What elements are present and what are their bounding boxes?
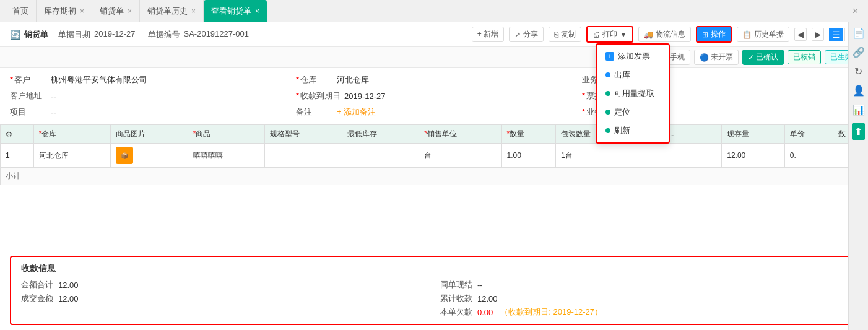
logistics-button[interactable]: 🚚 物流信息	[638, 27, 691, 42]
address-label: 客户地址	[10, 90, 47, 102]
cumulative-label: 累计收款	[440, 293, 472, 304]
list-view-button[interactable]: ☰	[829, 28, 843, 41]
payment-date-label: 收款到期日	[296, 90, 341, 102]
sidebar-user-icon[interactable]: 👤	[853, 85, 865, 97]
col-product: *商品	[188, 125, 265, 144]
cell-sales-unit: 台	[419, 144, 501, 168]
payment-date-value: 2019-12-27	[344, 92, 386, 101]
sidebar-refresh-icon[interactable]: ↻	[854, 66, 862, 77]
col-gear: ⚙	[1, 125, 34, 144]
operate-button[interactable]: ⊞ 操作	[696, 26, 732, 43]
not-open-button[interactable]: 🔵 未开票	[694, 50, 739, 65]
print-button[interactable]: 🖨 打印 ▼	[586, 26, 633, 43]
print-icon: 🖨	[592, 30, 600, 39]
dropdown-available-extract[interactable]: 可用量提取	[597, 84, 669, 103]
sidebar-doc-icon[interactable]: 📄	[853, 27, 865, 39]
tab-sales-history[interactable]: 销货单历史 ×	[140, 0, 204, 22]
prev-arrow[interactable]: ◀	[794, 28, 807, 41]
meta-date: 单据日期 2019-12-27	[58, 29, 136, 40]
dropdown-locate[interactable]: 定位	[597, 103, 669, 121]
tab-inventory-init[interactable]: 库存期初 ×	[37, 0, 92, 22]
form-area: 客户 柳州粤港平安气体有限公司 仓库 河北仓库 业务员 演示账号 客户地址 --…	[0, 68, 868, 124]
cumulative-value: 12.00	[477, 294, 498, 303]
dropdown-refresh[interactable]: 刷新	[597, 121, 669, 140]
sidebar-chart-icon[interactable]: 📊	[853, 104, 865, 116]
cell-spec	[265, 144, 342, 168]
project-field: 项目 --	[10, 106, 286, 118]
add-invoice-icon: +	[605, 52, 614, 61]
history-button[interactable]: 📋 历史单据	[737, 27, 789, 42]
payment-date-field: 收款到期日 2019-12-27	[296, 90, 572, 102]
total-amount-row: 金额合计 12.00	[21, 279, 428, 290]
close-sales-order-tab[interactable]: ×	[128, 7, 132, 15]
outbound-icon	[605, 72, 610, 77]
col-spec: 规格型号	[265, 125, 342, 144]
copy-button[interactable]: ⎘ 复制	[549, 27, 581, 42]
cell-pack-qty: 1台	[556, 144, 633, 168]
cell-price: 0.	[784, 144, 833, 168]
col-min-stock: 最低库存	[342, 125, 419, 144]
tab-home[interactable]: 首页	[5, 0, 37, 22]
customer-field: 客户 柳州粤港平安气体有限公司	[10, 74, 286, 85]
owe-value: 0.00	[477, 308, 493, 317]
table-header-row: ⚙ *仓库 商品图片 *商品 规格型号 最低库存 *销售单位 *数量 包装数量 …	[1, 125, 868, 144]
payment-info-title: 收款信息	[21, 263, 847, 274]
doc-actions: + 新增 ↗ 分享 ⎘ 复制 🖨 打印 ▼ 🚚 物流信息	[472, 26, 858, 43]
close-inventory-init-tab[interactable]: ×	[80, 7, 84, 15]
operate-icon: ⊞	[702, 30, 708, 39]
doc-meta: 单据日期 2019-12-27 单据编号 SA-20191227-001	[58, 29, 472, 40]
invoice-icon: 🔵	[700, 53, 709, 62]
sidebar-link-icon[interactable]: 🔗	[853, 46, 865, 58]
warehouse-label: 仓库	[296, 74, 333, 85]
logistics-icon: 🚚	[644, 30, 653, 39]
tab-view-sales-order[interactable]: 查看销货单 ×	[204, 0, 267, 22]
share-button[interactable]: ↗ 分享	[509, 27, 544, 42]
payment-info-left: 金额合计 12.00 成交金额 12.00	[21, 279, 428, 318]
toolbar-row: 📱 来自手机 🔵 未开票 ✓ 已确认 已核销 已生效	[0, 47, 868, 68]
table-row: 1 河北仓库 📦 嘻嘻嘻嘻 台 1.00 1台 12.00 0.	[1, 144, 868, 168]
next-arrow[interactable]: ▶	[812, 28, 824, 41]
cell-current-stock: 12.00	[722, 144, 785, 168]
product-table: ⚙ *仓库 商品图片 *商品 规格型号 最低库存 *销售单位 *数量 包装数量 …	[0, 124, 868, 185]
window-close-button[interactable]: ×	[848, 6, 863, 17]
copy-icon: ⎘	[554, 30, 558, 39]
confirm-button[interactable]: ✓ 已确认	[742, 50, 784, 65]
cell-available	[633, 144, 722, 168]
cell-img: 📦	[111, 144, 188, 168]
total-amount-value: 12.00	[58, 280, 79, 290]
meta-no: 单据编号 SA-20191227-001	[148, 29, 250, 40]
col-warehouse: *仓库	[33, 125, 111, 144]
add-note-button[interactable]: + 添加备注	[337, 106, 376, 118]
close-sales-history-tab[interactable]: ×	[191, 7, 196, 15]
project-value: --	[51, 108, 56, 117]
col-price: 单价	[784, 125, 833, 144]
cell-min-stock	[342, 144, 419, 168]
right-sidebar: 📄 🔗 ↻ 👤 📊 ⬆	[848, 22, 868, 330]
available-extract-icon	[605, 91, 610, 96]
new-button[interactable]: + 新增	[472, 27, 504, 42]
sidebar-expand-icon[interactable]: ⬆	[852, 123, 865, 140]
operate-dropdown-menu: + 添加发票 出库 可用量提取 定位 刷新	[596, 43, 670, 144]
dropdown-add-invoice[interactable]: + 添加发票	[597, 47, 669, 66]
project-label: 项目	[10, 106, 47, 118]
same-order-row: 同单现结 --	[440, 279, 847, 290]
product-image: 📦	[116, 147, 133, 164]
dropdown-outbound[interactable]: 出库	[597, 66, 669, 84]
address-field: 客户地址 --	[10, 90, 286, 102]
note-label: 备注	[296, 106, 333, 118]
transaction-value: 12.00	[58, 294, 79, 303]
close-view-sales-order-tab[interactable]: ×	[255, 7, 259, 15]
same-order-label: 同单现结	[440, 279, 472, 290]
col-qty: *数量	[501, 125, 555, 144]
cell-product: 嘻嘻嘻嘻	[188, 144, 265, 168]
cell-no: 1	[1, 144, 34, 168]
tab-sales-order[interactable]: 销货单 ×	[92, 0, 140, 22]
product-table-container: ⚙ *仓库 商品图片 *商品 规格型号 最低库存 *销售单位 *数量 包装数量 …	[0, 124, 868, 251]
customer-value: 柳州粤港平安气体有限公司	[51, 74, 147, 85]
history-icon: 📋	[742, 30, 752, 39]
warehouse-field: 仓库 河北仓库	[296, 74, 572, 85]
payment-info-panel: 收款信息 金额合计 12.00 成交金额 12.00 同单现结 --	[10, 256, 858, 325]
subtotal-row: 小计	[1, 168, 868, 185]
cell-qty: 1.00	[501, 144, 555, 168]
tab-bar: 首页 库存期初 × 销货单 × 销货单历史 × 查看销货单 × ×	[0, 0, 868, 22]
